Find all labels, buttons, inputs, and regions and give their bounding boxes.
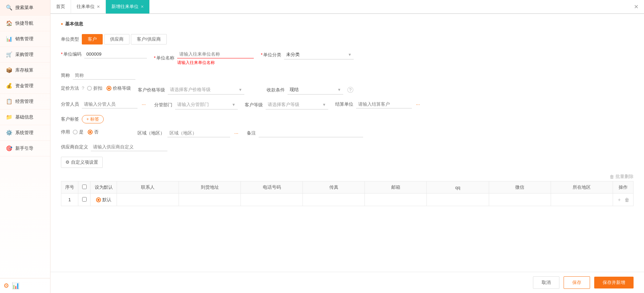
customer-level-select[interactable]: 请选择客户等级 ▼	[266, 100, 328, 109]
unit-type-btn-group: 客户 供应商 客户/供应商	[82, 34, 167, 44]
btn-supplier[interactable]: 供应商	[104, 34, 129, 44]
sidebar-item-system[interactable]: ⚙️ 系统管理	[0, 125, 50, 141]
inventory-icon: 📦	[6, 67, 13, 74]
unit-name-input[interactable]	[177, 50, 254, 58]
unit-category-chevron-icon: ▼	[348, 52, 352, 57]
home-icon: 🏠	[6, 20, 13, 27]
section-title: ▪ 基本信息	[61, 21, 634, 27]
customer-price-level-group: 客户价格等级 请选择客户价格等级 ▼	[138, 85, 260, 95]
save-new-button[interactable]: 保存并新增	[594, 277, 634, 288]
settlement-unit-input[interactable]	[356, 100, 412, 108]
btn-both[interactable]: 客户/供应商	[131, 34, 167, 44]
row-default-radio[interactable]: 默认	[94, 197, 113, 203]
region-group: 区域（地区） ···	[138, 129, 240, 137]
disabled-label: 停用	[61, 129, 70, 135]
supplier-custom-group: 供应商自定义	[61, 143, 167, 151]
row-contact[interactable]	[117, 194, 179, 206]
settlement-unit-ellipsis-icon[interactable]: ···	[415, 101, 422, 107]
close-new-counterpart-tab-icon[interactable]: ✕	[141, 5, 144, 9]
form-content: ▪ 基本信息 单位类型 客户 供应商 客户/供应商 *单位编码 *单位名称	[50, 14, 644, 272]
sidebar-item-finance[interactable]: 💰 资金管理	[0, 78, 50, 94]
region-input[interactable]	[167, 129, 230, 137]
row-default-cell: 默认	[91, 194, 117, 206]
customer-tag-row: 客户标签 + 标签	[61, 115, 634, 123]
sidebar-item-sales[interactable]: 📊 销售管理	[0, 31, 50, 47]
col-address: 到货地址	[179, 181, 241, 194]
disabled-no-radio	[88, 130, 93, 135]
guide-icon: 🎯	[6, 145, 13, 152]
default-radio-circle	[96, 197, 101, 202]
region-ellipsis-icon[interactable]: ···	[233, 130, 240, 136]
table-header: 序号 设为默认 联系人 到货地址 电话号码 传真 邮箱 qq 微信 所在地区 操…	[61, 181, 634, 194]
department-select[interactable]: 请输入分管部门 ▼	[175, 100, 238, 109]
sidebar-item-basic-info[interactable]: 📁 基础信息	[0, 109, 50, 125]
cancel-button[interactable]: 取消	[533, 276, 559, 289]
bulk-delete-button[interactable]: 🗑 批量删除	[610, 173, 634, 180]
row-location[interactable]	[551, 194, 613, 206]
pricing-method-help-icon[interactable]: ?	[82, 86, 84, 91]
region-label: 区域（地区）	[138, 130, 165, 136]
customer-price-level-label: 客户价格等级	[138, 87, 165, 93]
manager-ellipsis-icon[interactable]: ···	[140, 101, 147, 107]
pricing-method-label: 定价方法 ?	[61, 85, 84, 91]
settlement-unit-group: 结算单位 ···	[335, 100, 422, 108]
supplier-custom-input[interactable]	[91, 143, 167, 151]
sidebar-item-inventory[interactable]: 📦 库存核算	[0, 63, 50, 78]
unit-category-select[interactable]: 未分类 ▼	[284, 50, 354, 59]
row-address[interactable]	[179, 194, 241, 206]
customer-price-level-select[interactable]: 请选择客户价格等级 ▼	[168, 85, 244, 95]
row-checkbox[interactable]	[82, 197, 87, 202]
pricing-level-radio	[107, 86, 111, 91]
operations-icon: 📋	[6, 98, 13, 105]
pricing-discount-option[interactable]: 折扣	[87, 85, 102, 91]
table-header-row: 🗑 批量删除	[61, 173, 634, 180]
sidebar-item-quick-nav[interactable]: 🏠 快捷导航	[0, 16, 50, 31]
save-button[interactable]: 保存	[564, 276, 590, 289]
disabled-radio-group: 是 否	[73, 129, 99, 135]
col-wechat: 微信	[489, 181, 551, 194]
tab-counterpart[interactable]: 往来单位 ✕	[71, 0, 106, 14]
search-icon: 🔍	[6, 4, 13, 11]
sidebar-footer-icon2: 📊	[12, 282, 19, 290]
disabled-yes-option[interactable]: 是	[73, 129, 84, 135]
close-all-tabs-button[interactable]: ✕	[628, 3, 644, 10]
row-wechat[interactable]	[489, 194, 551, 206]
unit-code-input[interactable]	[84, 50, 147, 58]
manager-input[interactable]	[82, 100, 138, 108]
customer-tag-group: 客户标签 + 标签	[61, 115, 131, 123]
sidebar-item-purchase[interactable]: 🛒 采购管理	[0, 47, 50, 63]
add-row-icon[interactable]: ＋	[617, 197, 622, 203]
add-tag-button[interactable]: + 标签	[82, 115, 104, 123]
tab-new-counterpart[interactable]: 新增往来单位 ✕	[106, 0, 150, 14]
sidebar-item-operations[interactable]: 📋 经营管理	[0, 94, 50, 109]
unit-name-col: 请输入往来单位名称	[177, 50, 254, 66]
unit-type-label: 单位类型	[61, 36, 79, 42]
sidebar-item-guide[interactable]: 🎯 新手引导	[0, 141, 50, 156]
col-location: 所在地区	[551, 181, 613, 194]
row-qq[interactable]	[427, 194, 489, 206]
manager-row: 分管人员 ··· 分管部门 请输入分管部门 ▼ 客户等级 请选择客户等级 ▼ 结…	[61, 100, 634, 109]
payment-terms-help-icon[interactable]: ?	[347, 87, 353, 93]
remarks-input[interactable]	[259, 129, 363, 137]
sidebar-item-search[interactable]: 🔍 搜索菜单	[0, 0, 50, 16]
unit-type-group: 单位类型 客户 供应商 客户/供应商	[61, 34, 167, 44]
custom-settings-button[interactable]: ⚙ 自定义项设置	[61, 157, 103, 168]
select-all-checkbox[interactable]	[82, 185, 87, 189]
tab-home[interactable]: 首页	[50, 0, 71, 14]
basic-fields-row: *单位编码 *单位名称 请输入往来单位名称 *单位分类 未分类 ▼	[61, 50, 634, 66]
row-fax[interactable]	[303, 194, 365, 206]
disabled-no-option[interactable]: 否	[88, 129, 99, 135]
row-phone[interactable]	[241, 194, 303, 206]
col-index: 序号	[61, 181, 78, 194]
btn-customer[interactable]: 客户	[82, 34, 103, 44]
row-email[interactable]	[365, 194, 427, 206]
pricing-level-option[interactable]: 价格等级	[107, 85, 131, 91]
payment-terms-select[interactable]: 现结 ▼	[288, 85, 343, 95]
supplier-custom-row: 供应商自定义	[61, 143, 634, 151]
delete-row-icon[interactable]: 🗑	[625, 197, 629, 203]
close-counterpart-tab-icon[interactable]: ✕	[97, 5, 100, 9]
abbreviation-input[interactable]	[73, 71, 135, 80]
sidebar: 🔍 搜索菜单 🏠 快捷导航 📊 销售管理 🛒 采购管理 📦 库存核算 💰 资金管…	[0, 0, 50, 293]
customer-price-chevron-icon: ▼	[238, 88, 242, 92]
unit-category-label: *单位分类	[261, 52, 281, 58]
